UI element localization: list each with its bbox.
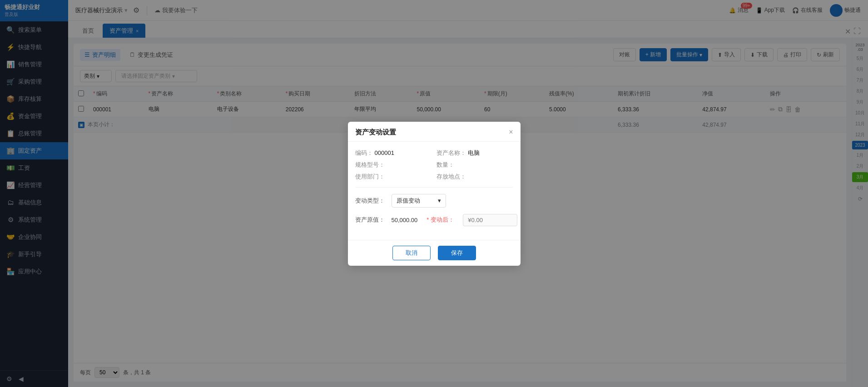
dialog-quantity-field: 数量： [436, 161, 513, 169]
modal-overlay: 资产变动设置 × 编码： 000001 资产名称： 电脑 规格型号： 数量： [0, 0, 868, 387]
dialog-body: 编码： 000001 资产名称： 电脑 规格型号： 数量： 使用部门： [348, 142, 521, 240]
dialog-footer: 取消 保存 [348, 240, 521, 266]
dialog-asset-name-field: 资产名称： 电脑 [436, 149, 513, 157]
after-change-input[interactable] [463, 214, 517, 226]
dialog-spec-field: 规格型号： [355, 161, 432, 169]
dialog-location-field: 存放地点： [436, 173, 513, 181]
change-type-chevron-icon: ▾ [438, 197, 441, 204]
dialog-title: 资产变动设置 [355, 128, 396, 137]
dialog-close-btn[interactable]: × [509, 128, 513, 136]
dialog-divider [355, 187, 513, 188]
cancel-button[interactable]: 取消 [392, 246, 431, 260]
save-button[interactable]: 保存 [438, 246, 476, 260]
original-value-row: 资产原值： 50,000.00 * 变动后： [355, 214, 513, 226]
asset-change-dialog: 资产变动设置 × 编码： 000001 资产名称： 电脑 规格型号： 数量： [348, 122, 521, 266]
dialog-code-field: 编码： 000001 [355, 149, 432, 157]
dialog-department-field: 使用部门： [355, 173, 432, 181]
change-type-row: 变动类型： 原值变动 ▾ [355, 194, 513, 208]
after-change-label: * 变动后： [427, 216, 458, 224]
dialog-info-grid: 编码： 000001 资产名称： 电脑 规格型号： 数量： 使用部门： [355, 149, 513, 181]
change-type-select[interactable]: 原值变动 ▾ [392, 194, 446, 208]
dialog-header: 资产变动设置 × [348, 122, 521, 142]
